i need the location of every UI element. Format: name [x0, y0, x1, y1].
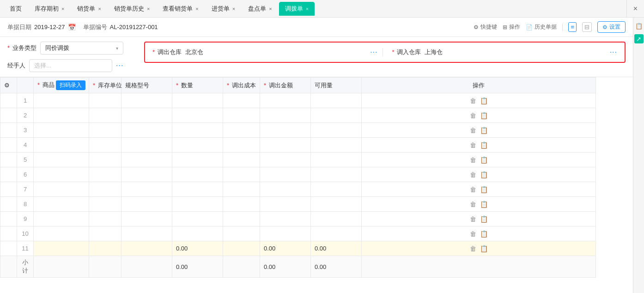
tab-sales-history[interactable]: 销货单历史 ×: [108, 2, 156, 16]
delete-icon[interactable]: 🗑: [470, 127, 476, 134]
copy-icon[interactable]: 📋: [480, 156, 488, 164]
biz-type-select[interactable]: 同价调拨 ▾: [40, 42, 123, 55]
col-settings-header[interactable]: ⚙: [0, 78, 17, 93]
settings-button[interactable]: ⚙ 设置: [597, 21, 626, 33]
row-cost-cell[interactable]: [223, 197, 260, 212]
copy-icon[interactable]: 📋: [480, 201, 488, 208]
delete-icon[interactable]: 🗑: [470, 97, 476, 104]
tab-home[interactable]: 首页: [4, 2, 28, 16]
scan-button[interactable]: 扫码录入: [56, 80, 85, 90]
row-qty-cell[interactable]: [172, 167, 223, 182]
row-amount-cell[interactable]: [260, 153, 311, 167]
tab-view-sales-close[interactable]: ×: [195, 6, 198, 12]
row-qty-cell[interactable]: [172, 93, 223, 108]
row-unit-cell[interactable]: [89, 182, 122, 197]
row-unit-cell[interactable]: [89, 241, 122, 256]
row-amount-cell[interactable]: [260, 197, 311, 212]
row-qty-cell[interactable]: [172, 212, 223, 226]
copy-icon[interactable]: 📋: [480, 127, 488, 134]
row-spec-cell[interactable]: [122, 153, 172, 167]
row-unit-cell[interactable]: [89, 93, 122, 108]
row-product-cell[interactable]: [34, 197, 89, 212]
row-qty-cell[interactable]: [172, 197, 223, 212]
row-qty-cell[interactable]: [172, 226, 223, 241]
warehouse-in-value[interactable]: 上海仓: [425, 48, 443, 56]
row-unit-cell[interactable]: [89, 153, 122, 167]
row-unit-cell[interactable]: [89, 138, 122, 153]
row-cost-cell[interactable]: [223, 226, 260, 241]
tab-inventory-init-close[interactable]: ×: [61, 6, 64, 12]
row-amount-cell[interactable]: [260, 138, 311, 153]
tab-view-sales[interactable]: 查看销货单 ×: [157, 2, 204, 16]
warehouse-in-more-button[interactable]: ···: [610, 48, 617, 56]
list-view-button[interactable]: ≡: [568, 22, 577, 32]
tab-inventory-check-close[interactable]: ×: [269, 6, 272, 12]
row-spec-cell[interactable]: [122, 93, 172, 108]
delete-icon[interactable]: 🗑: [470, 215, 476, 223]
row-cost-cell[interactable]: [223, 93, 260, 108]
copy-icon[interactable]: 📋: [480, 186, 488, 193]
row-amount-cell[interactable]: [260, 108, 311, 123]
tab-purchase-order[interactable]: 进货单 ×: [206, 2, 241, 16]
tab-inventory-check[interactable]: 盘点单 ×: [242, 2, 278, 16]
row-cost-cell[interactable]: [223, 212, 260, 226]
copy-icon[interactable]: 📋: [480, 171, 488, 178]
row-amount-cell[interactable]: [260, 212, 311, 226]
row-unit-cell[interactable]: [89, 167, 122, 182]
grid-view-button[interactable]: ⊟: [582, 22, 592, 32]
row-cost-cell[interactable]: [223, 138, 260, 153]
tab-transfer-order[interactable]: 调拨单 ×: [279, 2, 315, 16]
row-product-cell[interactable]: [34, 138, 89, 153]
row-amount-cell[interactable]: [260, 123, 311, 138]
row-cost-cell[interactable]: [223, 123, 260, 138]
tab-sales-order-close[interactable]: ×: [98, 6, 101, 12]
copy-icon[interactable]: 📋: [480, 215, 488, 223]
delete-icon[interactable]: 🗑: [470, 201, 476, 208]
tab-sales-history-close[interactable]: ×: [147, 6, 150, 12]
row-unit-cell[interactable]: [89, 197, 122, 212]
row-qty-cell[interactable]: [172, 108, 223, 123]
tab-transfer-order-close[interactable]: ×: [306, 6, 309, 12]
row-unit-cell[interactable]: [89, 212, 122, 226]
row-product-cell[interactable]: [34, 153, 89, 167]
row-spec-cell[interactable]: [122, 138, 172, 153]
handler-more-button[interactable]: ···: [116, 61, 123, 70]
row-unit-cell[interactable]: [89, 123, 122, 138]
row-qty-cell[interactable]: [172, 153, 223, 167]
delete-icon[interactable]: 🗑: [470, 141, 476, 149]
delete-icon[interactable]: 🗑: [470, 230, 476, 238]
row-product-cell[interactable]: [34, 123, 89, 138]
row-amount-cell[interactable]: [260, 167, 311, 182]
tab-inventory-init[interactable]: 库存期初 ×: [29, 2, 70, 16]
operation-button[interactable]: ⊞ 操作: [503, 23, 520, 31]
row-amount-cell[interactable]: [260, 226, 311, 241]
copy-icon[interactable]: 📋: [480, 97, 488, 104]
row-product-cell[interactable]: [34, 182, 89, 197]
copy-icon[interactable]: 📋: [480, 230, 488, 238]
row-qty-cell[interactable]: [172, 123, 223, 138]
row-qty-cell[interactable]: [172, 182, 223, 197]
warehouse-out-value[interactable]: 北京仓: [185, 48, 203, 56]
row-spec-cell[interactable]: [122, 123, 172, 138]
panel-doc-icon[interactable]: 📋: [634, 21, 644, 31]
handler-select[interactable]: 选择...: [29, 59, 112, 72]
row-cost-cell[interactable]: [223, 108, 260, 123]
row-cost-cell[interactable]: [223, 182, 260, 197]
delete-icon[interactable]: 🗑: [470, 171, 476, 178]
row-spec-cell[interactable]: [122, 212, 172, 226]
row-product-cell[interactable]: [34, 241, 89, 256]
row-product-cell[interactable]: [34, 212, 89, 226]
row-spec-cell[interactable]: [122, 108, 172, 123]
row-spec-cell[interactable]: [122, 241, 172, 256]
delete-icon[interactable]: 🗑: [470, 245, 476, 252]
row-product-cell[interactable]: [34, 226, 89, 241]
tab-sales-order[interactable]: 销货单 ×: [71, 2, 107, 16]
copy-icon[interactable]: 📋: [480, 141, 488, 149]
row-spec-cell[interactable]: [122, 226, 172, 241]
row-spec-cell[interactable]: [122, 167, 172, 182]
shortcut-button[interactable]: ⚙ 快捷键: [474, 23, 497, 31]
row-amount-cell[interactable]: [260, 182, 311, 197]
row-amount-cell[interactable]: [260, 93, 311, 108]
copy-icon[interactable]: 📋: [480, 112, 488, 119]
calendar-icon[interactable]: 📅: [68, 24, 76, 31]
